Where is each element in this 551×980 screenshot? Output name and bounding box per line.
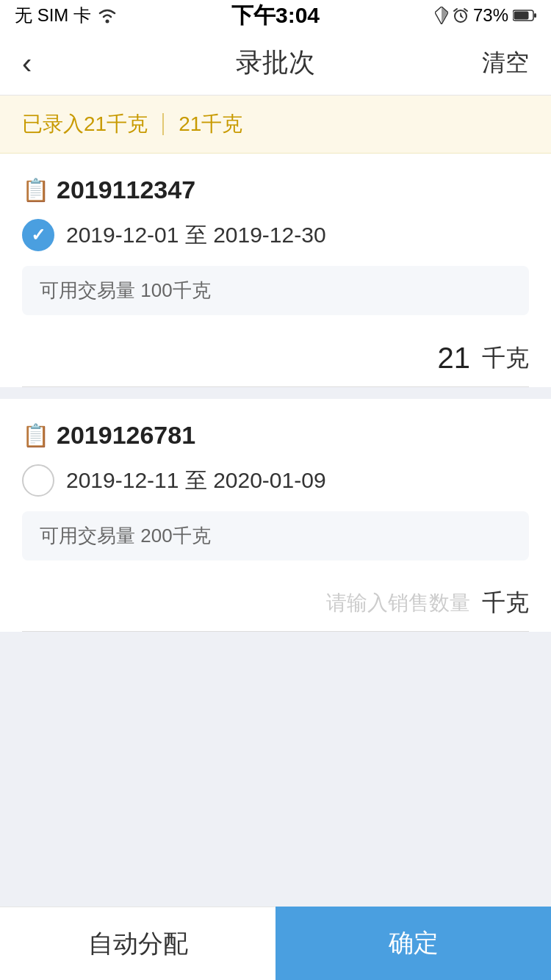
status-time: 下午3:04 — [231, 1, 320, 31]
auto-distribute-button[interactable]: 自动分配 — [0, 907, 276, 980]
back-button[interactable]: ‹ — [22, 48, 32, 78]
status-left: 无 SIM 卡 — [15, 4, 118, 27]
svg-rect-3 — [514, 12, 529, 20]
svg-point-0 — [106, 20, 109, 24]
status-bar: 无 SIM 卡 下午3:04 73% — [0, 0, 551, 31]
batch2-icon: 📋 — [22, 422, 49, 448]
batch1-icon: 📋 — [22, 177, 49, 203]
page-title: 录批次 — [236, 45, 315, 81]
summary-divider — [162, 113, 164, 135]
carrier-text: 无 SIM 卡 — [15, 4, 91, 27]
batch1-card: 📋 2019112347 ✓ 2019-12-01 至 2019-12-30 可… — [0, 154, 551, 387]
bottom-buttons: 自动分配 确定 — [0, 907, 551, 980]
batch2-card: 📋 2019126781 2019-12-11 至 2020-01-09 可用交… — [0, 399, 551, 632]
batch2-date-row[interactable]: 2019-12-11 至 2020-01-09 — [0, 457, 551, 504]
batch2-unit: 千克 — [482, 587, 529, 619]
batch1-info: 可用交易量 100千克 — [22, 266, 529, 315]
batch2-info: 可用交易量 200千克 — [22, 511, 529, 561]
location-icon — [435, 7, 448, 24]
batch1-id: 2019112347 — [57, 176, 195, 204]
batch1-date: 2019-12-01 至 2019-12-30 — [66, 220, 326, 251]
confirm-button[interactable]: 确定 — [276, 907, 551, 980]
batch2-id: 2019126781 — [57, 421, 195, 450]
summary-entered: 已录入21千克 — [22, 110, 148, 138]
nav-bar: ‹ 录批次 清空 — [0, 31, 551, 96]
wifi-icon — [97, 7, 118, 24]
summary-total: 21千克 — [179, 110, 242, 138]
status-right: 73% — [435, 5, 536, 26]
batch1-quantity-input[interactable] — [382, 342, 470, 375]
batch2-date: 2019-12-11 至 2020-01-09 — [66, 466, 326, 496]
batch1-radio[interactable]: ✓ — [22, 219, 54, 251]
svg-rect-4 — [534, 13, 536, 18]
batch2-input-row: 请输入销售数量 千克 — [0, 575, 551, 631]
batch1-header: 📋 2019112347 — [0, 154, 551, 212]
battery-text: 73% — [473, 5, 508, 26]
batch2-header: 📋 2019126781 — [0, 399, 551, 457]
batch1-date-row[interactable]: ✓ 2019-12-01 至 2019-12-30 — [0, 212, 551, 259]
clear-button[interactable]: 清空 — [482, 47, 529, 79]
batch2-radio[interactable] — [22, 464, 54, 497]
summary-banner: 已录入21千克 21千克 — [0, 96, 551, 154]
batch1-checkmark: ✓ — [31, 225, 46, 245]
batch2-input-placeholder: 请输入销售数量 — [326, 589, 470, 617]
batch1-unit: 千克 — [482, 342, 529, 375]
empty-area — [0, 632, 551, 948]
alarm-icon — [453, 7, 469, 24]
batch1-quantity-row: 千克 — [0, 330, 551, 386]
battery-icon — [513, 9, 536, 22]
card-divider — [0, 387, 551, 399]
